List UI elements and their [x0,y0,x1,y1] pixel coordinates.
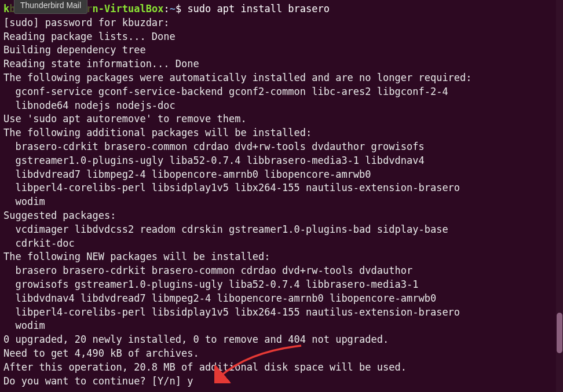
line-building-tree: Building dependency tree [3,43,560,57]
line-autoremove: Use 'sudo apt autoremove' to remove them… [3,112,560,126]
line-new-pkgs4: libperl4-corelibs-perl libsidplay1v5 lib… [3,306,560,320]
tooltip-thunderbird: Thunderbird Mail [14,0,87,14]
line-continue-prompt: Do you want to continue? [Y/n] y [3,375,560,389]
line-after-op: After this operation, 20.8 MB of additio… [3,361,560,375]
command-value: sudo apt install brasero [187,3,330,14]
terminal-output[interactable]: kbuzdar@kbuzdarn-VirtualBox:~$ sudo apt … [3,2,560,388]
line-reading-state: Reading state information... Done [3,57,560,71]
line-auto-pkgs1: gconf-service gconf-service-backend gcon… [3,85,560,99]
line-summary: 0 upgraded, 20 newly installed, 0 to rem… [3,333,560,347]
prompt-colon: : [163,3,169,14]
prompt-dollar: $ [176,3,181,14]
line-reading-packages: Reading package lists... Done [3,30,560,44]
line-add-pkgs2: gstreamer1.0-plugins-ugly liba52-0.7.4 l… [3,154,560,168]
line-sug-header: Suggested packages: [3,209,560,223]
line-sug-pkgs2: cdrkit-doc [3,237,560,251]
scrollbar-track[interactable] [556,0,563,392]
prompt-user-prefix: k [3,3,9,14]
prompt-host-suffix: n-VirtualBox [93,3,164,14]
line-add-header: The following additional packages will b… [3,126,560,140]
line-sug-pkgs1: vcdimager libdvdcss2 readom cdrskin gstr… [3,223,560,237]
scrollbar-thumb[interactable] [557,313,562,353]
line-add-pkgs3: libdvdread7 libmpeg2-4 libopencore-amrnb… [3,168,560,182]
line-new-pkgs1: brasero brasero-cdrkit brasero-common cd… [3,264,560,278]
line-new-pkgs2: growisofs gstreamer1.0-plugins-ugly liba… [3,278,560,292]
line-need-get: Need to get 4,490 kB of archives. [3,347,560,361]
line-new-pkgs3: libdvdnav4 libdvdread7 libmpeg2-4 libope… [3,292,560,306]
line-new-pkgs5: wodim [3,319,560,333]
line-sudo-password: [sudo] password for kbuzdar: [3,16,560,30]
line-add-pkgs4: libperl4-corelibs-perl libsidplay1v5 lib… [3,181,560,195]
line-auto-header: The following packages were automaticall… [3,71,560,85]
line-new-header: The following NEW packages will be insta… [3,250,560,264]
line-add-pkgs5: wodim [3,195,560,209]
prompt-path: ~ [170,3,176,14]
command-text [181,3,187,14]
line-auto-pkgs2: libnode64 nodejs nodejs-doc [3,99,560,113]
line-add-pkgs1: brasero-cdrkit brasero-common cdrdao dvd… [3,140,560,154]
